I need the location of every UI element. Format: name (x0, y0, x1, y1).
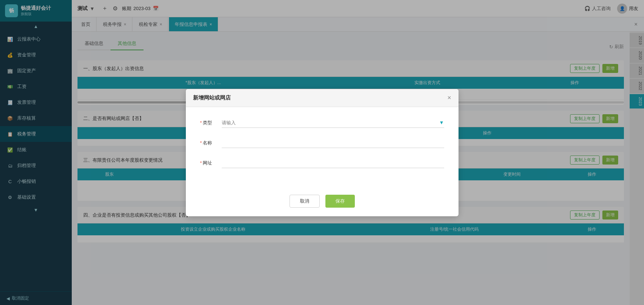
modal-title: 新增网站或网店 (193, 94, 231, 101)
form-row-name: *名称 (200, 138, 444, 148)
cancel-button[interactable]: 取消 (290, 195, 320, 208)
form-label-name: *名称 (200, 140, 222, 146)
modal-close-button[interactable]: × (447, 94, 451, 102)
modal-body: *类型 ▼ *名称 *网址 (186, 107, 459, 189)
form-select-type[interactable]: ▼ (222, 118, 444, 128)
modal-overlay: 新增网站或网店 × *类型 ▼ *名称 (0, 0, 644, 305)
form-row-url: *网址 (200, 158, 444, 168)
form-row-type: *类型 ▼ (200, 118, 444, 128)
form-label-type: *类型 (200, 120, 222, 126)
required-mark: * (200, 140, 202, 145)
required-mark: * (200, 160, 202, 166)
modal-add-website: 新增网站或网店 × *类型 ▼ *名称 (186, 89, 459, 216)
modal-header: 新增网站或网店 × (186, 89, 459, 107)
form-label-url: *网址 (200, 160, 222, 166)
name-input[interactable] (222, 138, 444, 148)
save-button[interactable]: 保存 (325, 195, 355, 208)
dropdown-arrow-icon[interactable]: ▼ (439, 120, 444, 125)
type-input[interactable] (222, 118, 439, 128)
url-input[interactable] (222, 158, 444, 168)
required-mark: * (200, 120, 202, 125)
modal-footer: 取消 保存 (186, 189, 459, 216)
